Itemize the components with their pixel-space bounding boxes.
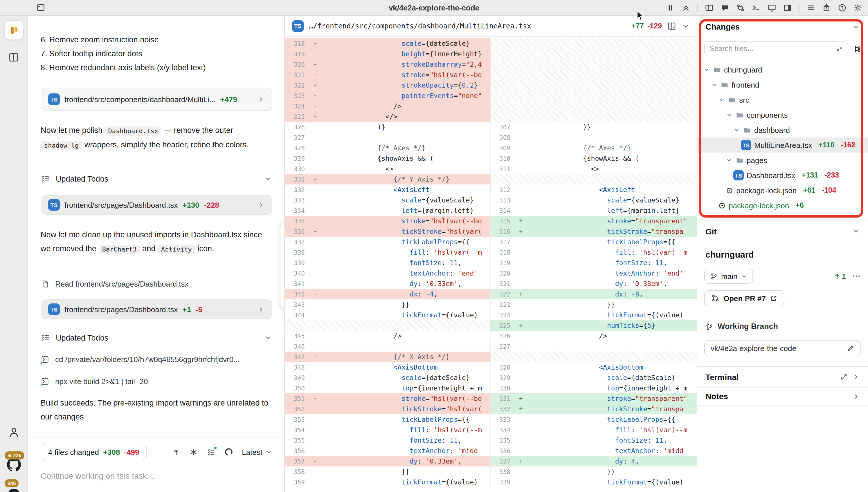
settings-gear-icon[interactable] xyxy=(853,3,862,12)
branch-selector[interactable]: main xyxy=(704,269,753,284)
diff-line: 350 top={innerHeight + m xyxy=(285,383,490,393)
inline-code: shadow-lg xyxy=(41,141,82,150)
collapse-all-icon[interactable] xyxy=(836,45,843,52)
scroll-to-top-icon[interactable] xyxy=(171,448,180,456)
diff-line xyxy=(490,49,697,59)
chevron-down-icon xyxy=(726,112,733,118)
expand-icon[interactable] xyxy=(840,373,848,380)
asterisk-icon[interactable] xyxy=(189,448,198,456)
diff-line: 348 <AxisBottom xyxy=(285,362,490,372)
terminal-command-icon xyxy=(41,377,49,386)
search-input[interactable] xyxy=(709,45,832,53)
file-diff-chip[interactable]: TS frontend/src/components/dashboard/Mul… xyxy=(41,88,272,111)
github-link[interactable]: ★22k xyxy=(7,458,21,472)
tree-item-label: components xyxy=(747,110,788,119)
help-icon[interactable]: ? xyxy=(838,3,846,12)
updated-todos-row[interactable]: Updated Todos xyxy=(41,173,272,184)
terminal-icon[interactable] xyxy=(752,3,760,12)
commits-ahead-badge[interactable]: 1 xyxy=(834,272,846,280)
terminal-command-row[interactable]: npx vite build 2>&1 | tail -20 xyxy=(41,375,272,387)
diff-row: 352- tickStroke="hsl(var(332+ tickStroke… xyxy=(285,404,697,414)
pause-icon[interactable] xyxy=(666,3,675,12)
file-chip-name: frontend/src/pages/Dashboard.tsx xyxy=(65,200,178,209)
diff-row: 348 <AxisBottom328 <AxisBottom xyxy=(285,362,697,372)
panel-left-icon[interactable] xyxy=(705,3,713,12)
open-pr-button[interactable]: Open PR #7 xyxy=(704,290,784,306)
right-sidebar: Changes churnguardfrontendsrccomponentsd… xyxy=(697,16,868,492)
more-options-icon[interactable] xyxy=(852,272,861,281)
tree-folder[interactable]: components xyxy=(697,107,868,122)
todos-status-icon[interactable] xyxy=(206,448,215,456)
file-chip-name: frontend/src/components/dashboard/MultiL… xyxy=(65,95,215,103)
tree-file[interactable]: package-lock.json+6 xyxy=(697,198,868,213)
version-dropdown[interactable]: Latest xyxy=(242,448,272,456)
diff-line xyxy=(490,351,697,362)
git-section-header[interactable]: Git xyxy=(697,220,868,242)
diff-row: 350 top={innerHeight + m330 top={innerHe… xyxy=(285,383,697,393)
status-dot xyxy=(213,446,217,449)
terminal-section-header[interactable]: Terminal xyxy=(697,366,868,387)
share-icon[interactable] xyxy=(822,3,831,12)
notes-section-header[interactable]: Notes xyxy=(697,387,868,405)
diff-line: 337 tickLabelProps={{ xyxy=(285,237,490,247)
diff-row: 345 />326 /> xyxy=(285,331,697,341)
diff-line: 327 xyxy=(490,341,697,351)
chevron-right-icon xyxy=(257,201,265,208)
panel-right-icon[interactable] xyxy=(783,3,792,12)
monitor-icon[interactable] xyxy=(768,3,776,12)
diff-row: 349 scale={dateScale}329 scale={dateScal… xyxy=(285,372,697,383)
diff-line: 324- /> xyxy=(285,101,490,112)
file-diff-chip[interactable]: TS frontend/src/pages/Dashboard.tsx +130… xyxy=(41,195,272,215)
read-file-row[interactable]: Read frontend/src/pages/Dashboard.tsx xyxy=(41,278,272,290)
chevron-down-icon[interactable] xyxy=(852,227,860,235)
tree-folder[interactable]: churnguard xyxy=(697,62,868,77)
git-compare-icon[interactable] xyxy=(736,3,745,12)
diff-line: 320 textAnchor: 'end' xyxy=(490,268,697,278)
tree-folder[interactable]: dashboard xyxy=(697,122,868,138)
chat-list-item: 8. Remove redundant axis labels (x/y lab… xyxy=(41,63,272,73)
board-icon[interactable] xyxy=(8,52,19,63)
diff-line: 355 fontSize: 11, xyxy=(285,435,490,446)
tree-item-label: package-lock.json xyxy=(729,201,789,210)
menu-icon[interactable] xyxy=(806,3,815,12)
tree-folder[interactable]: src xyxy=(697,92,868,107)
folder-icon xyxy=(713,66,721,74)
chat-bubble-icon[interactable] xyxy=(721,3,729,12)
additions-count: +110 xyxy=(818,141,834,149)
pen-icon[interactable] xyxy=(846,344,855,352)
tree-view-icon[interactable] xyxy=(853,44,862,53)
updated-todos-row[interactable]: Updated Todos xyxy=(41,332,272,343)
terminal-command-row[interactable]: cd /private/var/folders/10/h7w0q46556ggr… xyxy=(41,353,272,365)
files-changed-pill[interactable]: 4 files changed +308 -499 xyxy=(41,443,147,461)
tree-folder[interactable]: frontend xyxy=(697,77,868,92)
double-chevron-up-icon[interactable] xyxy=(682,3,690,12)
tree-file[interactable]: package-lock.json+61-104 xyxy=(697,183,868,198)
account-icon[interactable] xyxy=(8,426,20,438)
window-layout-icon[interactable] xyxy=(36,3,45,12)
diff-line: 320- strokeDasharray="2,4 xyxy=(285,59,490,70)
diff-line: 323- pointerEvents="none" xyxy=(285,91,490,101)
diff-line: 331+ stroke="transparent" xyxy=(490,393,697,404)
diff-line xyxy=(490,70,697,80)
chevron-right-icon[interactable] xyxy=(852,393,860,400)
diff-row: 339 fontSize: 11,319 fontSize: 11, xyxy=(285,257,697,268)
discord-link[interactable]: 346 xyxy=(7,486,21,492)
additions-count: +77 xyxy=(632,22,644,30)
working-branch-input[interactable]: vk/4e2a-explore-the-code xyxy=(704,340,861,356)
tree-file[interactable]: TSDashboard.tsx+131-233 xyxy=(697,168,868,183)
diff-view-toggle-icon[interactable] xyxy=(667,21,676,30)
chevron-down-icon[interactable] xyxy=(852,23,860,30)
file-diff-chip[interactable]: TS frontend/src/pages/Dashboard.tsx +1 -… xyxy=(41,299,272,319)
changes-section-header[interactable]: Changes xyxy=(697,16,868,38)
tree-folder[interactable]: pages xyxy=(697,153,868,168)
tree-file[interactable]: TSMultiLineArea.tsx+110-162 xyxy=(697,138,868,153)
message-input[interactable] xyxy=(41,471,261,481)
chevron-right-icon[interactable] xyxy=(852,373,860,380)
tree-item-label: churnguard xyxy=(724,65,762,74)
additions-count: +1 xyxy=(182,305,191,314)
diff-line: 339 fontSize: 11, xyxy=(285,257,490,268)
diff-line: 321- stroke="hsl(var(--bo xyxy=(285,70,490,80)
workspace-tab-active[interactable] xyxy=(4,20,24,40)
chevron-down-icon[interactable] xyxy=(682,22,690,30)
chevron-down-icon xyxy=(264,334,272,342)
